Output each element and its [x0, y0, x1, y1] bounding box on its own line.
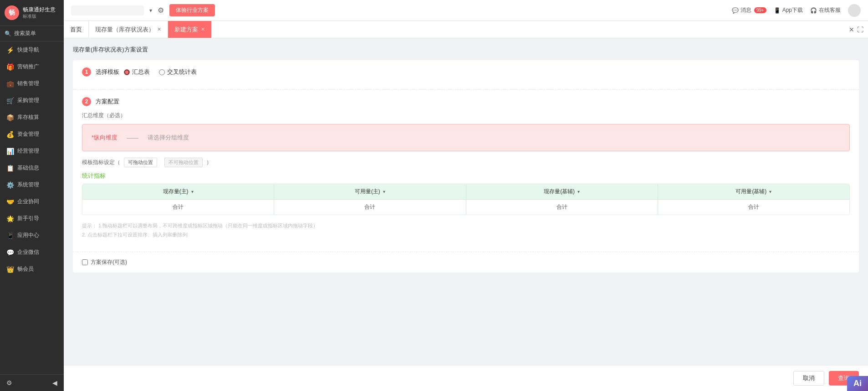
sidebar-item-inventory[interactable]: 📦 库存核算	[0, 109, 64, 126]
save-checkbox[interactable]	[82, 259, 88, 265]
page-title: 现存量(库存状况表)方案设置	[73, 46, 859, 54]
step2-header: 2 方案配置	[82, 97, 850, 106]
chevron-icon-0: ▾	[191, 189, 194, 194]
sidebar-item-app-center[interactable]: 📱 应用中心	[0, 227, 64, 244]
sidebar-item-finance[interactable]: 💰 资金管理	[0, 126, 64, 143]
chevron-icon-1: ▾	[383, 189, 385, 194]
dimension-area[interactable]: *纵向维度 —— 请选择分组维度	[82, 124, 850, 151]
header-dropdown-button[interactable]: ▾	[149, 7, 152, 14]
header-right: 💬 消息 99+ 📱 App下载 🎧 在线客服	[732, 4, 861, 17]
sidebar-item-system[interactable]: ⚙️ 系统管理	[0, 176, 64, 193]
stats-col-1[interactable]: 可用量(主) ▾	[274, 184, 466, 199]
online-service-label: 在线客服	[819, 6, 841, 14]
draggable-badge: 可拖动位置	[124, 158, 157, 167]
search-input[interactable]	[71, 5, 144, 15]
radio-summary-label: 汇总表	[132, 68, 150, 76]
trial-button[interactable]: 体验行业方案	[169, 4, 215, 16]
online-service-action[interactable]: 🎧 在线客服	[810, 6, 841, 14]
sidebar-search[interactable]: 🔍 搜索菜单	[0, 26, 64, 41]
user-avatar[interactable]	[848, 4, 861, 17]
stats-title: 统计指标	[82, 172, 850, 180]
inventory-icon: 📦	[6, 114, 14, 121]
stats-cell-1: 合计	[274, 200, 466, 215]
radio-cross[interactable]: 交叉统计表	[159, 68, 197, 76]
app-name: 畅康通好生意	[23, 6, 56, 14]
scheme-config-card: 1 选择模板 汇总表 交叉统计表	[73, 60, 859, 273]
save-option-label: 方案保存(可选)	[91, 258, 127, 266]
sidebar-item-cooperation[interactable]: 🤝 企业协同	[0, 193, 64, 210]
stats-col-0[interactable]: 现存量(主) ▾	[82, 184, 274, 199]
radio-cross-input[interactable]	[159, 69, 165, 75]
radio-summary[interactable]: 汇总表	[124, 68, 150, 76]
operations-icon: 📊	[6, 148, 14, 155]
sidebar-item-label: 库存核算	[17, 113, 39, 121]
sidebar-item-quick-nav[interactable]: ⚡ 快捷导航	[0, 41, 64, 58]
marketing-icon: 🎁	[6, 63, 14, 71]
sidebar-collapse-icon[interactable]: ◀	[52, 379, 57, 386]
stats-cell-2: 合计	[466, 200, 658, 215]
expand-tab-button[interactable]: ⛶	[857, 26, 863, 33]
newbie-icon: 🌟	[6, 215, 14, 222]
step2-section: 2 方案配置 汇总维度（必选） *纵向维度 —— 请选择分组维度 模板指标设定（…	[73, 90, 859, 252]
sidebar-item-label: 采购管理	[17, 97, 39, 104]
sidebar-item-sales[interactable]: 💼 销售管理	[0, 75, 64, 92]
tab-inventory[interactable]: 现存量（库存状况表） ✕	[89, 21, 168, 38]
app-download-action[interactable]: 📱 App下载	[774, 6, 803, 14]
cooperation-icon: 🤝	[6, 198, 14, 206]
app-download-label: App下载	[782, 6, 803, 14]
sidebar-item-label: 新手引导	[17, 215, 39, 222]
chevron-down-icon: ▾	[149, 7, 152, 14]
sidebar-item-marketing[interactable]: 🎁 营销推广	[0, 58, 64, 75]
sidebar-item-purchase[interactable]: 🛒 采购管理	[0, 92, 64, 109]
sidebar-item-membership[interactable]: 👑 畅会员	[0, 261, 64, 278]
inventory-tab-close[interactable]: ✕	[157, 26, 161, 32]
hint-line-1: 2. 点击标题栏下拉可设置排序、插入列和删除列	[82, 231, 850, 240]
stats-table-header: 现存量(主) ▾ 可用量(主) ▾ 现存量(基辅) ▾ 可用量(基辅)	[82, 184, 849, 199]
indicator-settings-close: ）	[206, 159, 212, 166]
sidebar: 畅 畅康通好生意 标准版 🔍 搜索菜单 ⚡ 快捷导航 🎁 营销推广 💼 销售管理…	[0, 0, 64, 391]
sidebar-item-basic-info[interactable]: 📋 基础信息	[0, 159, 64, 176]
sidebar-item-label: 畅会员	[17, 265, 34, 273]
ai-badge[interactable]: Ai	[847, 376, 868, 391]
home-tab-label: 首页	[70, 26, 82, 34]
sidebar-item-label: 系统管理	[17, 181, 39, 189]
footer-bar: 取消 查询	[64, 365, 868, 391]
basic-info-icon: 📋	[6, 165, 14, 172]
search-icon: 🔍	[5, 31, 11, 37]
tab-new-scheme[interactable]: 新建方案 ✕	[168, 21, 212, 38]
stats-col-label-2: 现存量(基辅)	[544, 188, 575, 196]
sidebar-item-newbie[interactable]: 🌟 新手引导	[0, 210, 64, 227]
sales-icon: 💼	[6, 80, 14, 87]
tab-home[interactable]: 首页	[64, 21, 89, 38]
headset-icon: 🎧	[810, 7, 817, 14]
template-radio-group: 汇总表 交叉统计表	[124, 68, 197, 76]
stats-col-3[interactable]: 可用量(基辅) ▾	[658, 184, 849, 199]
logo-text-container: 畅康通好生意 标准版	[23, 6, 56, 20]
chevron-icon-2: ▾	[577, 189, 580, 194]
sidebar-item-label: 企业微信	[17, 248, 39, 256]
system-icon: ⚙️	[6, 181, 14, 189]
radio-cross-label: 交叉统计表	[167, 68, 197, 76]
sidebar-logo: 畅 畅康通好生意 标准版	[0, 0, 64, 26]
save-option: 方案保存(可选)	[73, 252, 859, 273]
settings-icon[interactable]: ⚙	[6, 379, 12, 386]
messages-label: 消息	[740, 6, 751, 14]
close-tab-button[interactable]: ✕	[849, 26, 854, 33]
sidebar-item-wechat[interactable]: 💬 企业微信	[0, 244, 64, 261]
messages-action[interactable]: 💬 消息 99+	[732, 6, 766, 14]
radio-summary-input[interactable]	[124, 69, 130, 75]
cancel-button[interactable]: 取消	[793, 371, 824, 386]
content-area: 现存量(库存状况表)方案设置 1 选择模板 汇总表 交叉统计表	[64, 38, 868, 365]
new-scheme-tab-close[interactable]: ✕	[201, 26, 205, 32]
sidebar-item-label: 销售管理	[17, 80, 39, 87]
message-icon: 💬	[732, 7, 739, 14]
sidebar-item-operations[interactable]: 📊 经营管理	[0, 143, 64, 159]
tabs-bar: 首页 现存量（库存状况表） ✕ 新建方案 ✕ ✕ ⛶	[64, 21, 868, 38]
new-scheme-tab-label: 新建方案	[174, 26, 198, 34]
hint-section: 提示： 1.拖动标题栏可以调整布局，不可跨维度或指标区域拖动（只能在同一维度或指…	[82, 221, 850, 240]
sidebar-item-label: 营销推广	[17, 63, 39, 71]
stats-cell-0: 合计	[82, 200, 274, 215]
settings-button[interactable]: ⚙	[158, 6, 164, 15]
non-draggable-badge: 不可拖动位置	[164, 158, 203, 167]
stats-col-2[interactable]: 现存量(基辅) ▾	[466, 184, 658, 199]
